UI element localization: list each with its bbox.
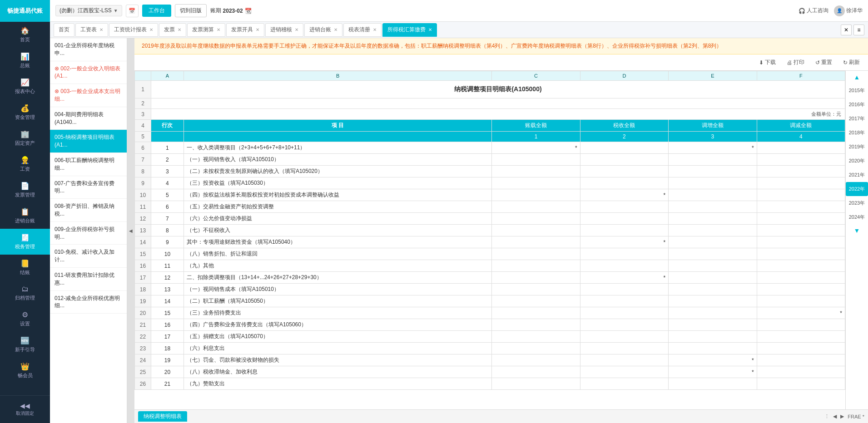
data-cell[interactable] xyxy=(669,343,757,354)
workbench-button[interactable]: 工作台 xyxy=(142,5,171,17)
sidebar-item-invoice-mgmt[interactable]: 📄 发票管理 xyxy=(0,177,50,203)
calendar-small-icon[interactable]: 📆 xyxy=(245,8,252,14)
data-cell[interactable] xyxy=(580,154,668,166)
data-cell[interactable] xyxy=(580,260,668,272)
scroll-left-icon[interactable]: ◀ xyxy=(833,413,837,419)
list-item-006[interactable]: 006-职工薪酬纳税调整明细... xyxy=(50,153,127,176)
data-cell[interactable] xyxy=(580,331,668,343)
item-cell[interactable]: （三）投资收益（填写A105030） xyxy=(184,177,491,189)
scroll-right-icon[interactable]: ▶ xyxy=(840,413,844,419)
year-item-2015[interactable]: 2015年 xyxy=(846,84,868,98)
data-cell[interactable]: * xyxy=(669,354,757,366)
data-cell[interactable] xyxy=(492,260,580,272)
tab-close-icon[interactable]: ✕ xyxy=(217,27,220,32)
data-cell[interactable] xyxy=(757,201,845,213)
collapse-button[interactable]: ◀ xyxy=(127,38,134,423)
data-cell[interactable] xyxy=(757,225,845,236)
tab-invoice[interactable]: 发票 ✕ xyxy=(159,23,186,37)
data-cell[interactable] xyxy=(757,260,845,272)
tab-menu-button[interactable]: ≡ xyxy=(853,25,864,35)
year-scroll-down-button[interactable]: ▼ xyxy=(846,224,868,237)
data-cell[interactable] xyxy=(669,213,757,225)
tab-purchase-ledger[interactable]: 进销台账 ✕ xyxy=(304,23,342,37)
data-cell[interactable] xyxy=(492,295,580,307)
data-cell[interactable] xyxy=(757,154,845,166)
data-cell[interactable] xyxy=(580,354,668,366)
data-cell[interactable]: * xyxy=(580,272,668,284)
list-item-009[interactable]: 009-企业所得税弥补亏损明... xyxy=(50,222,127,245)
data-cell[interactable] xyxy=(757,366,845,378)
list-item-004[interactable]: 004-期间费用明细表(A1040... xyxy=(50,107,127,130)
data-cell[interactable] xyxy=(492,272,580,284)
item-cell[interactable]: （九）赞助支出 xyxy=(184,378,491,390)
data-cell[interactable] xyxy=(580,248,668,260)
year-item-2020[interactable]: 2020年 xyxy=(846,154,868,168)
item-cell[interactable]: （五）交易性金融资产初始投资调整 xyxy=(184,201,491,213)
item-cell[interactable]: （七）不征税收入 xyxy=(184,225,491,236)
item-cell[interactable]: （二）职工薪酬（填写A105050） xyxy=(184,295,491,307)
data-cell[interactable] xyxy=(492,366,580,378)
item-cell[interactable]: （一）视同销售成本（填写A105010） xyxy=(184,284,491,295)
data-cell[interactable] xyxy=(580,177,668,189)
data-cell[interactable] xyxy=(492,331,580,343)
item-cell[interactable]: （四）按权益法核算长期股权投资对初始投资成本调整确认收益 xyxy=(184,189,491,201)
data-cell[interactable] xyxy=(580,307,668,319)
data-cell[interactable] xyxy=(580,225,668,236)
list-item-001[interactable]: 001-企业所得税年度纳税申... xyxy=(50,38,127,61)
list-item-005[interactable]: 005-纳税调整项目明细表(A1... xyxy=(50,130,127,153)
data-cell[interactable] xyxy=(757,354,845,366)
tab-payslip[interactable]: 工资表 ✕ xyxy=(75,23,108,37)
tab-close-icon[interactable]: ✕ xyxy=(373,27,377,32)
data-cell[interactable] xyxy=(492,248,580,260)
data-cell[interactable] xyxy=(492,354,580,366)
data-cell[interactable] xyxy=(492,378,580,390)
data-cell[interactable]: * xyxy=(492,142,580,154)
data-cell[interactable] xyxy=(669,295,757,307)
data-cell[interactable] xyxy=(669,154,757,166)
data-cell[interactable] xyxy=(580,378,668,390)
tab-invoice-calc[interactable]: 发票测算 ✕ xyxy=(187,23,225,37)
data-cell[interactable] xyxy=(757,319,845,331)
list-item-002[interactable]: ⊗ 002-一般企业收入明细表(A1... xyxy=(50,61,127,84)
sidebar-item-guide[interactable]: 🆕 新手引导 xyxy=(0,332,50,358)
data-cell[interactable] xyxy=(757,166,845,177)
data-cell[interactable] xyxy=(669,201,757,213)
sidebar-item-settings[interactable]: ⚙ 设置 xyxy=(0,306,50,332)
calendar-icon[interactable]: 📅 xyxy=(126,5,139,17)
sidebar-item-tax[interactable]: 🧾 税务管理 xyxy=(0,229,50,255)
data-cell[interactable] xyxy=(580,142,668,154)
sidebar-item-assets[interactable]: 🏢 固定资产 xyxy=(0,125,50,151)
item-cell[interactable]: （八）销售折扣、折让和退回 xyxy=(184,248,491,260)
data-cell[interactable] xyxy=(757,236,845,248)
tab-close-icon[interactable]: ✕ xyxy=(99,27,103,32)
data-cell[interactable] xyxy=(757,295,845,307)
data-cell[interactable] xyxy=(492,284,580,295)
data-cell[interactable] xyxy=(669,189,757,201)
sidebar-item-vip[interactable]: 👑 畅会员 xyxy=(0,358,50,384)
sidebar-item-ledger[interactable]: 📊 总账 xyxy=(0,48,50,74)
item-cell[interactable]: 一、收入类调整项目（2+3+4+5+6+7+8+10+11） xyxy=(184,142,491,154)
list-item-007[interactable]: 007-广告费和业务宣传费明... xyxy=(50,176,127,199)
reset-button[interactable]: ↺ 重置 xyxy=(813,57,835,68)
data-cell[interactable] xyxy=(580,319,668,331)
data-cell[interactable] xyxy=(669,307,757,319)
user-service[interactable]: 🎧 人工咨询 xyxy=(799,7,828,15)
sidebar-item-home[interactable]: 🏠 首页 xyxy=(0,22,50,48)
tab-income-tax[interactable]: 所得税汇算缴费 ✕ xyxy=(382,23,437,37)
year-item-2024[interactable]: 2024年 xyxy=(846,210,868,224)
data-cell[interactable] xyxy=(669,225,757,236)
item-cell[interactable]: （八）税收滞纳金、加收利息 xyxy=(184,366,491,378)
item-cell[interactable]: （二）未按权责发生制原则确认的收入（填写A105020） xyxy=(184,166,491,177)
item-cell[interactable]: （一）视同销售收入（填写A105010） xyxy=(184,154,491,166)
data-cell[interactable] xyxy=(580,366,668,378)
item-cell[interactable]: （五）捐赠支出（填写A105070） xyxy=(184,331,491,343)
year-scroll-up-button[interactable]: ▲ xyxy=(846,71,868,84)
data-cell[interactable] xyxy=(757,248,845,260)
list-item-003[interactable]: ⊗ 003-一般企业成本支出明细... xyxy=(50,84,127,107)
data-cell[interactable] xyxy=(669,260,757,272)
data-cell[interactable] xyxy=(669,248,757,260)
data-cell[interactable] xyxy=(669,331,757,343)
table-scroll[interactable]: A B C D E F 1 纳税调 xyxy=(134,71,845,409)
year-item-2017[interactable]: 2017年 xyxy=(846,112,868,126)
data-cell[interactable] xyxy=(757,272,845,284)
